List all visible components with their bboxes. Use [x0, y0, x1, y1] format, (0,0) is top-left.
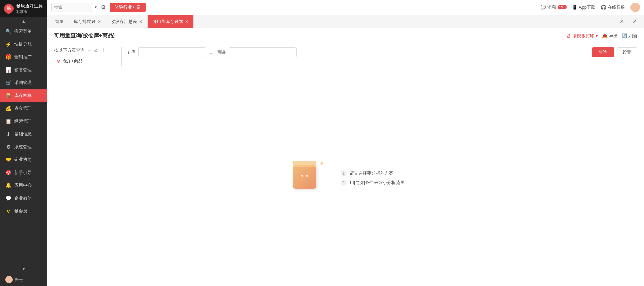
topbar-dropdown[interactable]: ▾ — [95, 5, 97, 10]
app-logo: 畅 — [4, 4, 14, 14]
sidebar-item-label: 应用中心 — [14, 182, 32, 188]
guide-icon: 🎯 — [5, 170, 11, 176]
online-service-label: 在线客服 — [608, 4, 625, 10]
wxwork-icon: 💬 — [5, 195, 11, 201]
online-service-icon: 🎧 — [601, 5, 606, 10]
sidebar-item-collab[interactable]: 🤝 企业协同 — [0, 153, 47, 166]
marketing-icon: 🎁 — [5, 54, 11, 60]
online-service-btn[interactable]: 🎧 在线客服 — [601, 4, 625, 10]
sidebar-header: 畅 畅康通好生意 标准版 — [0, 0, 47, 17]
sidebar-item-appcenter[interactable]: 🔔 应用中心 — [0, 179, 47, 192]
hint-item-1: 1 请先选择要分析的方案 — [341, 170, 405, 176]
sidebar-item-label: 新手引导 — [14, 170, 32, 176]
member-icon: V — [5, 208, 11, 214]
empty-illustration: ✦ — [287, 158, 327, 198]
management-icon: 📋 — [5, 118, 11, 124]
settings-btn[interactable]: 设置 — [617, 47, 637, 57]
topbar-gear-icon[interactable]: ⚙ — [100, 3, 107, 12]
filter-scheme-title: 按以下方案查询 — [54, 47, 85, 53]
inventory-icon: 📦 — [5, 93, 11, 99]
sidebar-item-label: 经营管理 — [14, 118, 32, 124]
hint-item-2: 2 用[过滤]条件来缩小分析范围 — [341, 180, 405, 186]
export-icon: 📤 — [602, 33, 608, 38]
quicknav-icon: ⚡ — [5, 41, 11, 47]
user-avatar[interactable] — [630, 3, 640, 12]
app-download-btn[interactable]: 📱 App下载 — [572, 4, 595, 10]
notification-btn[interactable]: 💬 消息 99+ — [541, 4, 567, 10]
add-scheme-icon[interactable]: ＋ — [87, 47, 92, 53]
filter-scheme-header: 按以下方案查询 ＋ ⚙ 《 — [54, 47, 116, 53]
filter-row-main: 仓库 ... 商品 ... 查询 设置 — [127, 47, 637, 57]
sidebar-item-search[interactable]: 🔍 搜索菜单 — [0, 25, 47, 38]
sidebar-item-label: 库存核算 — [14, 93, 32, 99]
sidebar-item-wxwork[interactable]: 💬 企业微信 — [0, 192, 47, 205]
query-btn[interactable]: 查询 — [592, 47, 614, 57]
sidebar-item-label: 搜索菜单 — [14, 28, 32, 34]
industry-btn[interactable]: 体验行业方案 — [110, 3, 146, 12]
filter-inputs: 仓库 ... 商品 ... 查询 设置 — [127, 47, 637, 57]
sidebar-item-management[interactable]: 📋 经营管理 — [0, 115, 47, 128]
sidebar: 畅 畅康通好生意 标准版 ▲ 🔍 搜索菜单 ⚡ 快捷导航 🎁 营销推广 📊 销售… — [0, 0, 47, 286]
collapse-scheme-icon[interactable]: 《 — [100, 47, 105, 53]
main-area: ▾ ⚙ 体验行业方案 💬 消息 99+ 📱 App下载 🎧 在线客服 首页 — [47, 0, 644, 286]
sidebar-item-sales[interactable]: 📊 销售管理 — [0, 63, 47, 76]
sidebar-item-label: 系统管理 — [14, 144, 32, 150]
tab-available-qty-close[interactable]: ✕ — [185, 19, 188, 24]
hint-text-2: 用[过滤]条件来缩小分析范围 — [350, 180, 405, 186]
sidebar-item-inventory[interactable]: 📦 库存核算 — [0, 89, 47, 102]
warehouse-input[interactable] — [138, 47, 206, 57]
tab-home-label: 首页 — [55, 19, 64, 25]
filter-actions: 查询 设置 — [592, 47, 637, 57]
tab-available-qty[interactable]: 可用量库存账本 ✕ — [148, 15, 194, 28]
refresh-label: 刷新 — [628, 33, 637, 39]
edition-label: 标准版 — [16, 9, 43, 14]
warehouse-more-btn[interactable]: ... — [209, 50, 212, 55]
sidebar-item-guide[interactable]: 🎯 新手引导 — [0, 166, 47, 179]
sidebar-nav: 🔍 搜索菜单 ⚡ 快捷导航 🎁 营销推广 📊 销售管理 🛒 采购管理 📦 库存核… — [0, 25, 47, 265]
export-btn[interactable]: 📤 导出 — [602, 33, 618, 39]
tabs-bar: 首页 库存批次账 ✕ 收发存汇总表 ✕ 可用量库存账本 ✕ ✕ ⤢ — [47, 15, 644, 28]
sidebar-item-quicknav[interactable]: ⚡ 快捷导航 — [0, 38, 47, 51]
product-more-btn[interactable]: ... — [299, 50, 303, 55]
sidebar-bottom[interactable]: 账号 — [0, 273, 47, 286]
expand-tab-btn[interactable]: ⤢ — [629, 17, 639, 26]
tab-summary-close[interactable]: ✕ — [139, 19, 143, 24]
box-top — [292, 161, 316, 167]
system-icon: ⚙ — [5, 144, 11, 150]
refresh-btn[interactable]: 🔄 刷新 — [622, 33, 637, 39]
sidebar-item-system[interactable]: ⚙ 系统管理 — [0, 140, 47, 153]
purchase-icon: 🛒 — [5, 80, 11, 86]
scroll-down-btn[interactable]: ▼ — [0, 265, 47, 273]
filter-group-warehouse: 仓库 ... — [127, 47, 212, 57]
tab-home[interactable]: 首页 — [50, 15, 69, 28]
sidebar-item-finance[interactable]: 💰 资金管理 — [0, 102, 47, 115]
tab-batch-account-label: 库存批次账 — [74, 19, 96, 25]
sidebar-item-basicinfo[interactable]: ℹ 基础信息 — [0, 128, 47, 140]
hint-num-1: 1 — [341, 170, 347, 176]
hint-text-1: 请先选择要分析的方案 — [350, 170, 393, 176]
tab-batch-account-close[interactable]: ✕ — [98, 19, 101, 24]
sidebar-item-label: 采购管理 — [14, 80, 32, 86]
sales-icon: 📊 — [5, 67, 11, 73]
page-content: 可用量查询(按仓库+商品) 🖨 按模板打印 ▾ 📤 导出 🔄 刷新 — [47, 28, 644, 286]
filter-area: 按以下方案查询 ＋ ⚙ 《 ⊙ 仓库+商品 仓库 ... — [47, 44, 644, 70]
app-info: 畅康通好生意 标准版 — [16, 3, 43, 14]
close-tab-btn[interactable]: ✕ — [617, 17, 626, 26]
tab-batch-account[interactable]: 库存批次账 ✕ — [69, 15, 106, 28]
scheme-item-warehouse-product[interactable]: ⊙ 仓库+商品 — [54, 56, 116, 66]
product-input[interactable] — [229, 47, 297, 57]
scroll-up-btn[interactable]: ▲ — [0, 17, 47, 25]
page-title: 可用量查询(按仓库+商品) — [54, 32, 115, 40]
tab-summary[interactable]: 收发存汇总表 ✕ — [106, 15, 148, 28]
settings-scheme-icon[interactable]: ⚙ — [94, 48, 98, 53]
sidebar-item-purchase[interactable]: 🛒 采购管理 — [0, 76, 47, 89]
finance-icon: 💰 — [5, 105, 11, 111]
refresh-icon: 🔄 — [622, 33, 627, 38]
topbar-search-input[interactable] — [51, 3, 92, 12]
sidebar-item-member[interactable]: V 畅会员 — [0, 205, 47, 217]
sidebar-item-marketing[interactable]: 🎁 营销推广 — [0, 51, 47, 63]
sidebar-item-label: 畅会员 — [14, 208, 27, 214]
user-name: 账号 — [15, 277, 23, 283]
notification-label: 消息 — [547, 4, 556, 10]
print-btn[interactable]: 🖨 按模板打印 ▾ — [567, 33, 598, 39]
